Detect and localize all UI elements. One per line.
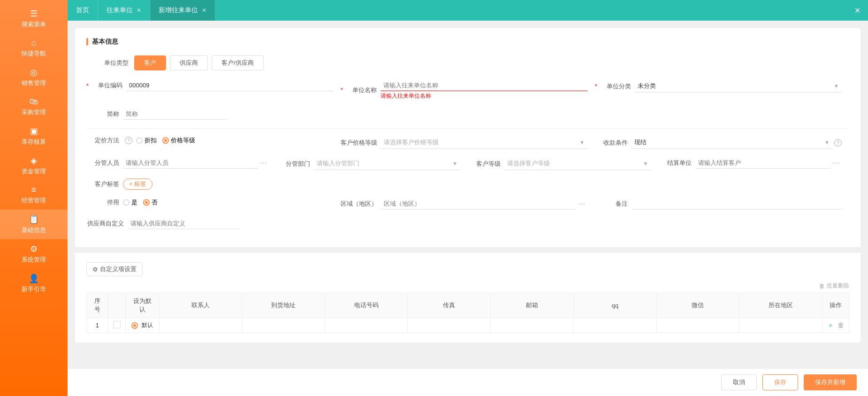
cell-phone[interactable]: [325, 318, 408, 333]
sidebar-item-inventory[interactable]: ▣ 库存核算: [0, 121, 68, 151]
cell-fax[interactable]: [408, 318, 491, 333]
sidebar-item-basic-info[interactable]: 📋 基础信息: [0, 210, 68, 239]
basic-info-card: 基本信息 单位类型 客户 供应商 客户/供应商 * 单位编码 *: [75, 28, 860, 247]
save-button[interactable]: 保存: [762, 374, 798, 390]
field-settlement: 结算单位 ···: [659, 157, 842, 169]
qq-input[interactable]: [579, 322, 652, 329]
sidebar-item-newbie[interactable]: 👤 新手引导: [0, 269, 68, 298]
close-new-counterparty-tab-icon[interactable]: ✕: [202, 7, 206, 14]
wechat-input[interactable]: [662, 322, 735, 329]
radio-discount-circle: [136, 137, 143, 144]
radio-price-level-circle: [162, 137, 169, 144]
row-short-name: 简称: [86, 109, 849, 120]
supplier-custom-input[interactable]: [128, 218, 240, 229]
add-tag-button[interactable]: + 标签: [123, 179, 152, 190]
note-input[interactable]: [632, 198, 842, 210]
tab-counterparty[interactable]: 往来单位 ✕: [98, 0, 150, 21]
sidebar-item-purchase[interactable]: 🛍 采购管理: [0, 92, 68, 121]
radio-price-level[interactable]: 价格等级: [162, 136, 195, 145]
default-radio[interactable]: 默认: [130, 321, 154, 329]
unit-category-select[interactable]: 未分类 ▼: [635, 80, 842, 93]
sidebar-item-finance[interactable]: ◈ 资金管理: [0, 151, 68, 180]
section-title: 基本信息: [86, 38, 849, 46]
radio-discount[interactable]: 折扣: [136, 136, 157, 145]
cell-default: 默认: [125, 318, 159, 333]
sidebar-item-operations[interactable]: ≡ 经营管理: [0, 180, 68, 210]
radio-disable-no[interactable]: 否: [143, 198, 158, 207]
payment-help-icon[interactable]: ?: [834, 139, 842, 147]
region-more-icon[interactable]: ···: [576, 200, 587, 208]
manager-input[interactable]: [123, 157, 258, 169]
address-input[interactable]: [247, 322, 320, 329]
customer-price-select[interactable]: 请选择客户价格等级 ▼: [381, 136, 587, 149]
cell-email[interactable]: [491, 318, 574, 333]
short-name-input[interactable]: [123, 109, 226, 120]
row-disable: 停用 是 否 区域（地区） ···: [86, 198, 849, 210]
contact-input[interactable]: [164, 322, 237, 329]
cell-qq[interactable]: [573, 318, 656, 333]
row-manager: 分管人员 ··· 分管部门 请输入分管部门 ▼ 客户等级 请选择客户等级 ▼: [86, 157, 849, 170]
btn-customer[interactable]: 客户: [134, 55, 166, 70]
col-contact: 联系人: [159, 293, 242, 318]
delete-row-icon[interactable]: 🗑: [838, 321, 844, 330]
payment-terms-select[interactable]: 现结 ▼: [632, 136, 832, 149]
unit-code-input[interactable]: [126, 80, 333, 91]
unit-category-arrow-icon: ▼: [834, 83, 839, 89]
search-icon: ☰: [30, 8, 38, 19]
sidebar: ☰ 搜索菜单 ⌂ 快捷导航 ◎ 销售管理 🛍 采购管理 ▣ 库存核算 ◈ 资金管…: [0, 0, 68, 396]
add-row-icon[interactable]: ＋: [827, 321, 834, 330]
delete-icon: 🗑: [819, 283, 825, 289]
col-phone: 电话号码: [325, 293, 408, 318]
field-disable: 停用 是 否: [86, 198, 333, 207]
row-pricing: 定价方法 ? 折扣 价格等级 客户价格等级: [86, 136, 849, 149]
btn-supplier[interactable]: 供应商: [170, 55, 208, 70]
close-counterparty-tab-icon[interactable]: ✕: [137, 7, 141, 14]
save-and-new-button[interactable]: 保存并新增: [804, 374, 857, 390]
custom-settings-button[interactable]: ⚙ 自定义项设置: [86, 262, 143, 276]
sidebar-item-quick-nav[interactable]: ⌂ 快捷导航: [0, 33, 68, 62]
radio-yes-circle: [123, 199, 129, 206]
inventory-icon: ▣: [30, 126, 38, 136]
sidebar-item-search[interactable]: ☰ 搜索菜单: [0, 4, 68, 33]
table-row: 1 默认: [87, 318, 849, 333]
phone-input[interactable]: [330, 322, 403, 329]
email-input[interactable]: [495, 322, 569, 329]
col-checkbox: [108, 293, 125, 318]
tab-home[interactable]: 首页: [68, 0, 98, 21]
settlement-input[interactable]: [695, 157, 830, 169]
cell-wechat[interactable]: [656, 318, 739, 333]
gear-icon: ⚙: [92, 266, 98, 273]
cell-checkbox[interactable]: [108, 318, 125, 333]
cell-address[interactable]: [242, 318, 325, 333]
field-unit-code: * 单位编码: [86, 80, 333, 91]
customer-level-select[interactable]: 请选择客户等级 ▼: [504, 157, 651, 170]
fax-input[interactable]: [412, 322, 486, 329]
newbie-icon: 👤: [29, 273, 39, 284]
unit-type-label: 单位类型: [86, 59, 129, 67]
field-unit-category: * 单位分类 未分类 ▼: [595, 80, 842, 93]
payment-terms-arrow-icon: ▼: [824, 140, 830, 145]
unit-name-input[interactable]: [381, 80, 587, 91]
field-note: 备注: [595, 198, 842, 210]
pricing-help-icon[interactable]: ?: [125, 137, 132, 144]
department-select[interactable]: 请输入分管部门 ▼: [314, 157, 461, 170]
btn-both[interactable]: 客户/供应商: [212, 55, 264, 70]
field-supplier-custom: 供应商自定义: [86, 218, 842, 229]
sidebar-item-system[interactable]: ⚙ 系统管理: [0, 239, 68, 269]
radio-disable-yes[interactable]: 是: [123, 198, 137, 207]
region-table-input[interactable]: [744, 322, 817, 329]
system-icon: ⚙: [30, 244, 38, 254]
sidebar-item-sales[interactable]: ◎ 销售管理: [0, 62, 68, 92]
close-all-tabs-icon[interactable]: ✕: [847, 6, 868, 15]
cell-region[interactable]: [739, 318, 822, 333]
manager-more-icon[interactable]: ···: [258, 159, 269, 167]
col-no: 序号: [87, 293, 108, 318]
batch-delete-area[interactable]: 🗑 批量删除: [86, 282, 849, 290]
tab-new-counterparty[interactable]: 新增往来单位 ✕: [150, 0, 215, 21]
region-input[interactable]: [381, 198, 576, 210]
cancel-button[interactable]: 取消: [721, 374, 757, 390]
cell-contact[interactable]: [159, 318, 242, 333]
settlement-more-icon[interactable]: ···: [830, 159, 842, 167]
row-checkbox[interactable]: [113, 321, 121, 328]
field-customer-level: 客户等级 请选择客户等级 ▼: [468, 157, 651, 170]
